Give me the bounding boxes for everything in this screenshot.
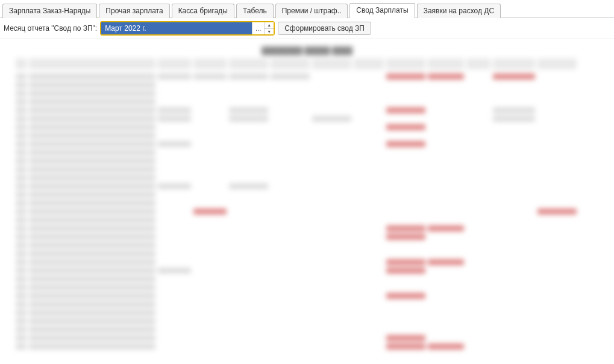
tab-other-salary[interactable]: Прочая зарплата bbox=[99, 4, 169, 18]
report-month-label: Месяц отчета "Свод по ЗП": bbox=[4, 24, 97, 33]
tab-timesheet[interactable]: Табель bbox=[236, 4, 274, 18]
tab-expense-requests[interactable]: Заявки на расход ДС bbox=[417, 4, 501, 18]
tabs-bar: Зарплата Заказ-Наряды Прочая зарплата Ка… bbox=[0, 0, 614, 18]
spinner-down-button[interactable]: ▼ bbox=[265, 29, 274, 35]
report-content-blurred: ████████ █████ ████ bbox=[0, 39, 614, 364]
tab-salary-summary[interactable]: Свод Зарплаты bbox=[349, 3, 415, 18]
chevron-up-icon: ▲ bbox=[267, 23, 271, 27]
spinner-up-button[interactable]: ▲ bbox=[265, 22, 274, 29]
generate-summary-button[interactable]: Сформировать свод ЗП bbox=[278, 22, 371, 35]
report-month-picker-button[interactable]: ... bbox=[252, 22, 264, 34]
tab-bonus-fine[interactable]: Премии / штраф.. bbox=[275, 4, 348, 18]
report-month-field: ... ▲ ▼ bbox=[101, 22, 274, 35]
tab-salary-orders[interactable]: Зарплата Заказ-Наряды bbox=[2, 4, 97, 18]
report-month-spinner: ▲ ▼ bbox=[264, 22, 274, 34]
toolbar: Месяц отчета "Свод по ЗП": ... ▲ ▼ Сформ… bbox=[0, 18, 614, 39]
tab-brigade-cash[interactable]: Касса бригады bbox=[172, 4, 234, 18]
report-month-input[interactable] bbox=[101, 22, 252, 34]
chevron-down-icon: ▼ bbox=[267, 30, 271, 34]
